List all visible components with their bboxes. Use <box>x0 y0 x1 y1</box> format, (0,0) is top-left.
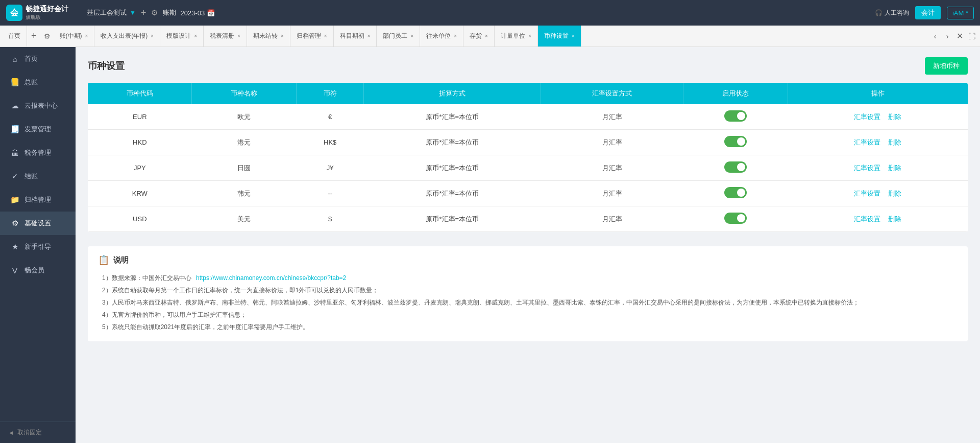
tab-close-icon[interactable]: × <box>151 33 154 39</box>
sidebar-item-settings[interactable]: ⚙基础设置 <box>0 212 76 235</box>
cell-name: 港元 <box>192 130 297 155</box>
tab-close-icon[interactable]: × <box>368 33 371 39</box>
rate-settings-link[interactable]: 汇率设置 <box>854 164 880 172</box>
tab-close-icon[interactable]: × <box>454 33 457 39</box>
sidebar-item-ledger[interactable]: 📒总账 <box>0 71 76 94</box>
sidebar-item-settle[interactable]: ✓结账 <box>0 165 76 188</box>
invoice-icon: 🧾 <box>10 125 19 134</box>
sidebar-label: 新手引导 <box>24 242 51 251</box>
enabled-toggle[interactable] <box>724 161 747 173</box>
cell-rate-type: 月汇率 <box>541 104 683 130</box>
tab-close-icon[interactable]: × <box>410 33 413 39</box>
tab-prev-btn[interactable]: ‹ <box>929 26 941 47</box>
cell-calc: 原币*汇率=本位币 <box>364 130 541 155</box>
enabled-toggle[interactable] <box>724 136 747 147</box>
new-currency-button[interactable]: 新增币种 <box>925 57 968 75</box>
tab-label: 往来单位 <box>426 32 451 40</box>
tab-item-2[interactable]: 收入支出表(年报) × <box>94 26 160 47</box>
tab-close-icon[interactable]: × <box>324 33 327 39</box>
tab-next-btn[interactable]: › <box>941 26 953 47</box>
sidebar-item-invoice[interactable]: 🧾发票管理 <box>0 118 76 141</box>
table-header-cell: 币种名称 <box>192 83 297 104</box>
tab-item-9[interactable]: 往来单位 × <box>420 26 463 47</box>
tab-close-icon[interactable]: × <box>528 33 531 39</box>
rate-settings-link[interactable]: 汇率设置 <box>854 190 880 197</box>
support-button[interactable]: 🎧 人工咨询 <box>875 9 909 17</box>
tab-close-icon[interactable]: × <box>572 33 575 39</box>
delete-link[interactable]: 删除 <box>888 113 901 121</box>
notes-list: 1）数据来源：中国外汇交易中心 https://www.chinamoney.c… <box>98 272 958 333</box>
table-header-cell: 启用状态 <box>683 83 788 104</box>
top-header: 会 畅捷通好会计 旗舰版 基层工会测试 ▼ + ⚙ 账期 2023-03 📅 🎧… <box>0 0 980 26</box>
tab-item-1[interactable]: 账(中期) × <box>54 26 95 47</box>
cell-name: 日圆 <box>192 155 297 181</box>
iam-button[interactable]: iAM * <box>947 7 974 19</box>
home-icon: ⌂ <box>10 55 19 63</box>
delete-link[interactable]: 删除 <box>888 190 901 197</box>
guide-icon: ★ <box>10 242 19 251</box>
enabled-toggle[interactable] <box>724 110 747 122</box>
cell-code: HKD <box>88 130 192 155</box>
tab-item-4[interactable]: 税表清册 × <box>204 26 247 47</box>
rate-settings-link[interactable]: 汇率设置 <box>854 113 880 121</box>
tab-item-0[interactable]: 首页 <box>2 26 27 47</box>
delete-link[interactable]: 删除 <box>888 164 901 172</box>
tab-item-7[interactable]: 科目期初 × <box>334 26 377 47</box>
sidebar-pin-btn[interactable]: ◄ 取消固定 <box>0 422 76 443</box>
sidebar-label: 总账 <box>24 78 38 87</box>
tab-close-icon[interactable]: × <box>237 33 240 39</box>
enabled-toggle[interactable] <box>724 187 747 198</box>
sidebar-item-member[interactable]: V畅会员 <box>0 259 76 282</box>
add-company-btn[interactable]: + <box>141 8 146 18</box>
tab-close-icon[interactable]: × <box>194 33 197 39</box>
sidebar-item-reports[interactable]: ☁云报表中心 <box>0 94 76 118</box>
archive-icon: 📁 <box>10 195 19 204</box>
tab-close-icon[interactable]: × <box>281 33 284 39</box>
tab-item-11[interactable]: 计量单位 × <box>495 26 538 47</box>
sidebar-item-tax[interactable]: 🏛税务管理 <box>0 141 76 165</box>
notes-link[interactable]: https://www.chinamoney.com.cn/chinese/bk… <box>196 274 346 282</box>
tab-label: 科目期初 <box>340 32 364 40</box>
cell-symbol: $ <box>297 206 364 232</box>
account-button[interactable]: 会计 <box>915 6 941 19</box>
sidebar-item-guide[interactable]: ★新手引导 <box>0 235 76 259</box>
rate-settings-link[interactable]: 汇率设置 <box>854 138 880 146</box>
tab-close-icon[interactable]: × <box>85 33 88 39</box>
tab-label: 计量单位 <box>501 32 525 40</box>
delete-link[interactable]: 删除 <box>888 215 901 223</box>
tab-close-icon[interactable]: × <box>485 33 488 39</box>
tab-item-3[interactable]: 模版设计 × <box>160 26 204 47</box>
rate-settings-link[interactable]: 汇率设置 <box>854 215 880 223</box>
tab-item-10[interactable]: 存货 × <box>463 26 495 47</box>
tab-item-8[interactable]: 部门员工 × <box>377 26 420 47</box>
tab-item-12[interactable]: 币种设置 × <box>538 26 581 47</box>
tab-label: 税表清册 <box>210 32 234 40</box>
header-actions: 🎧 人工咨询 会计 iAM * <box>875 6 974 19</box>
table-row: USD 美元 $ 原币*汇率=本位币 月汇率 汇率设置 删除 <box>88 206 968 232</box>
settings-icon: ⚙ <box>10 219 19 228</box>
tab-label: 首页 <box>8 32 20 40</box>
table-header-cell: 币种代码 <box>88 83 192 104</box>
company-selector[interactable]: 基层工会测试 ▼ <box>87 8 136 17</box>
tab-label: 币种设置 <box>544 32 569 40</box>
tab-item-6[interactable]: 归档管理 × <box>290 26 334 47</box>
tab-label: 部门员工 <box>383 32 407 40</box>
tab-label: 存货 <box>470 32 482 40</box>
cell-calc: 原币*汇率=本位币 <box>364 206 541 232</box>
tab-settings-icon[interactable]: ⚙ <box>41 26 54 47</box>
cell-code: JPY <box>88 155 192 181</box>
tab-item-5[interactable]: 期末结转 × <box>247 26 290 47</box>
delete-link[interactable]: 删除 <box>888 138 901 146</box>
tab-maximize-btn[interactable]: ⛶ <box>966 26 978 47</box>
add-tab-btn[interactable]: + <box>27 26 41 47</box>
enabled-toggle[interactable] <box>724 213 747 224</box>
tab-close-all-btn[interactable]: ✕ <box>953 26 966 47</box>
calendar-icon[interactable]: 📅 <box>207 9 215 17</box>
table-header-cell: 操作 <box>788 83 968 104</box>
sidebar-item-archive[interactable]: 📁归档管理 <box>0 188 76 212</box>
tab-bar: 首页+⚙账(中期) ×收入支出表(年报) ×模版设计 ×税表清册 ×期末结转 ×… <box>0 26 980 47</box>
cell-enabled <box>683 104 788 130</box>
settings-icon[interactable]: ⚙ <box>151 8 158 17</box>
notes-item-4: 5）系统只能自动抓取2021年度后的汇率，之前年度汇率需要用户手工维护。 <box>98 321 958 333</box>
sidebar-item-home[interactable]: ⌂首页 <box>0 47 76 71</box>
